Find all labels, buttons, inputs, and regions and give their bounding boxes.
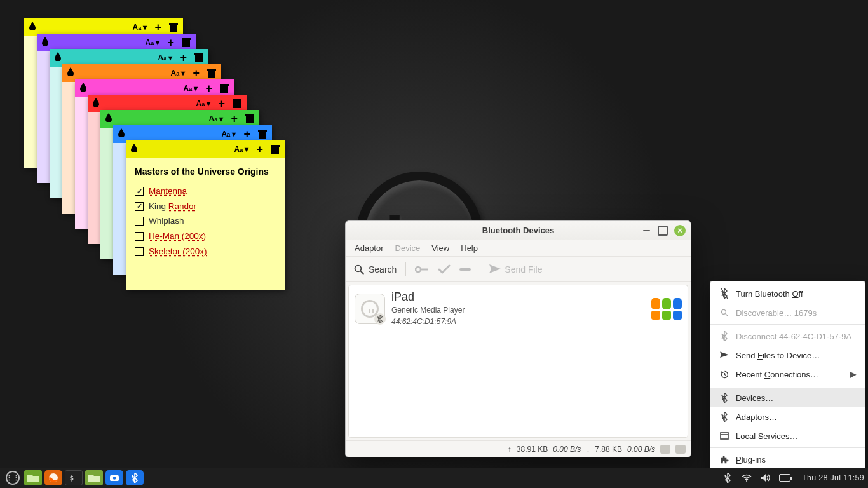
svg-rect-3 — [421, 268, 428, 270]
menu-discoverable: Discoverable… 1679s — [710, 303, 865, 322]
remove-button — [459, 268, 471, 271]
sticky-note-front[interactable]: Aa ▾ + Masters of the Universe Origins ✓… — [126, 140, 285, 290]
menu-devices[interactable]: Devices… — [710, 388, 865, 407]
device-name: iPad — [391, 291, 465, 304]
tray-battery-icon[interactable] — [779, 472, 790, 484]
svg-point-13 — [113, 477, 116, 480]
device-list[interactable]: iPad Generic Media Player 44:62:4C:D1:57… — [348, 285, 688, 438]
svg-point-2 — [416, 267, 421, 272]
window-close-button[interactable]: × — [674, 225, 686, 236]
toolbar-separator — [480, 262, 480, 276]
key-icon — [415, 264, 429, 274]
taskbar-app-firefox[interactable] — [44, 470, 62, 486]
sticky-note-title: Masters of the Universe Origins — [135, 166, 276, 177]
send-icon — [489, 264, 501, 274]
sticky-item-text: Whiplash — [149, 214, 184, 229]
checkbox-icon[interactable] — [135, 217, 144, 226]
puzzle-icon — [719, 454, 729, 464]
font-icon[interactable]: Aa ▾ — [234, 146, 248, 153]
device-type: Generic Media Player — [391, 306, 465, 315]
submenu-arrow-icon: ▶ — [850, 370, 856, 378]
pair-key-button — [415, 264, 429, 274]
sticky-item[interactable]: ✓Mantenna — [135, 184, 276, 199]
taskbar-app-terminal[interactable]: $_ — [65, 470, 83, 486]
window-icon — [719, 431, 729, 441]
status-chip — [660, 445, 670, 454]
delete-note-icon[interactable] — [271, 145, 280, 154]
device-mac: 44:62:4C:D1:57:9A — [391, 317, 456, 326]
sticky-item[interactable]: Skeletor (200x) — [135, 244, 276, 259]
menu-separator — [710, 324, 865, 325]
window-maximize-button[interactable] — [658, 226, 668, 236]
svg-rect-8 — [721, 433, 728, 439]
add-note-icon[interactable]: + — [256, 144, 263, 155]
sticky-item-text: Skeletor (200x) — [149, 244, 207, 259]
arrow-down-icon: ↓ — [586, 445, 590, 453]
sticky-item-text: He-Man (200x) — [149, 229, 206, 244]
svg-point-14 — [746, 480, 747, 482]
menubar-item-view[interactable]: View — [431, 244, 449, 252]
menu-turn-bt-off[interactable]: Turn Bluetooth Off — [710, 284, 865, 303]
menubar-item-adaptor[interactable]: Adaptor — [355, 244, 384, 252]
window-statusbar: ↑ 38.91 KB 0.00 B/s ↓ 7.88 KB 0.00 B/s — [346, 440, 691, 457]
history-icon — [719, 369, 729, 379]
checkbox-icon[interactable] — [135, 232, 144, 241]
sticky-item[interactable]: He-Man (200x) — [135, 229, 276, 244]
menu-recent-connections[interactable]: Recent Connections… ▶ — [710, 365, 865, 384]
bluetooth-icon — [719, 393, 729, 403]
checkbox-icon[interactable]: ✓ — [135, 202, 144, 211]
window-titlebar[interactable]: Bluetooth Devices × — [346, 221, 691, 240]
menu-separator — [710, 447, 865, 448]
menubar-item-device: Device — [395, 244, 421, 252]
sticky-note-body[interactable]: Masters of the Universe Origins ✓Mantenn… — [126, 158, 285, 290]
bluetooth-icon — [719, 412, 729, 422]
bluetooth-window[interactable]: Bluetooth Devices × AdaptorDeviceViewHel… — [345, 220, 691, 458]
menu-send-files[interactable]: Send Files to Device… — [710, 346, 865, 365]
color-drop-icon[interactable] — [131, 144, 137, 155]
bluetooth-off-icon — [719, 288, 729, 299]
menu-adaptors[interactable]: Adaptors… — [710, 407, 865, 426]
svg-rect-4 — [459, 268, 471, 271]
send-file-button: Send File — [489, 264, 542, 274]
send-icon — [719, 350, 729, 360]
window-toolbar: Search Send File — [346, 257, 691, 282]
trust-button — [438, 264, 451, 274]
menu-local-services[interactable]: Local Services… — [710, 426, 865, 445]
device-badges — [651, 298, 682, 320]
menu-separator — [710, 386, 865, 386]
taskbar[interactable]: ⋮⋮ $_ Thu 28 Jul 11:59 — [0, 468, 868, 488]
menubar-item-help[interactable]: Help — [461, 244, 478, 252]
svg-point-6 — [721, 309, 726, 314]
arrow-up-icon: ↑ — [508, 445, 512, 453]
minus-icon — [459, 268, 471, 271]
search-button[interactable]: Search — [353, 264, 397, 275]
tray-bluetooth-icon[interactable] — [722, 472, 733, 484]
taskbar-running-files[interactable] — [85, 470, 103, 486]
check-icon — [438, 264, 451, 274]
device-text: iPad Generic Media Player 44:62:4C:D1:57… — [391, 291, 465, 327]
tray-network-icon[interactable] — [741, 472, 752, 484]
bluetooth-tray-menu[interactable]: Turn Bluetooth Off Discoverable… 1679s D… — [710, 281, 865, 488]
window-minimize-button[interactable] — [641, 226, 651, 236]
tray-clock[interactable]: Thu 28 Jul 11:59 — [802, 474, 864, 482]
sticky-item[interactable]: Whiplash — [135, 214, 276, 229]
tray-volume-icon[interactable] — [760, 472, 771, 484]
svg-line-7 — [726, 314, 728, 316]
status-chip — [675, 445, 686, 454]
checkbox-icon[interactable] — [135, 247, 144, 256]
bluetooth-disconnect-icon — [719, 331, 729, 341]
taskbar-running-bluetooth[interactable] — [126, 470, 144, 486]
taskbar-running-screenshot[interactable] — [105, 470, 123, 486]
sticky-item-text: King Randor — [149, 199, 196, 214]
sticky-note-titlebar[interactable]: Aa ▾ + — [126, 140, 285, 158]
taskbar-app-files[interactable] — [24, 470, 42, 486]
device-row[interactable]: iPad Generic Media Player 44:62:4C:D1:57… — [353, 289, 684, 329]
menu-plugins[interactable]: Plug-ins — [710, 450, 865, 469]
sticky-item[interactable]: ✓King Randor — [135, 199, 276, 214]
svg-line-1 — [360, 271, 363, 274]
checkbox-icon[interactable]: ✓ — [135, 187, 144, 196]
window-title: Bluetooth Devices — [482, 226, 554, 234]
menu-button[interactable]: ⋮⋮ — [4, 470, 22, 486]
toolbar-separator — [405, 262, 406, 276]
window-menubar[interactable]: AdaptorDeviceViewHelp — [346, 240, 691, 257]
